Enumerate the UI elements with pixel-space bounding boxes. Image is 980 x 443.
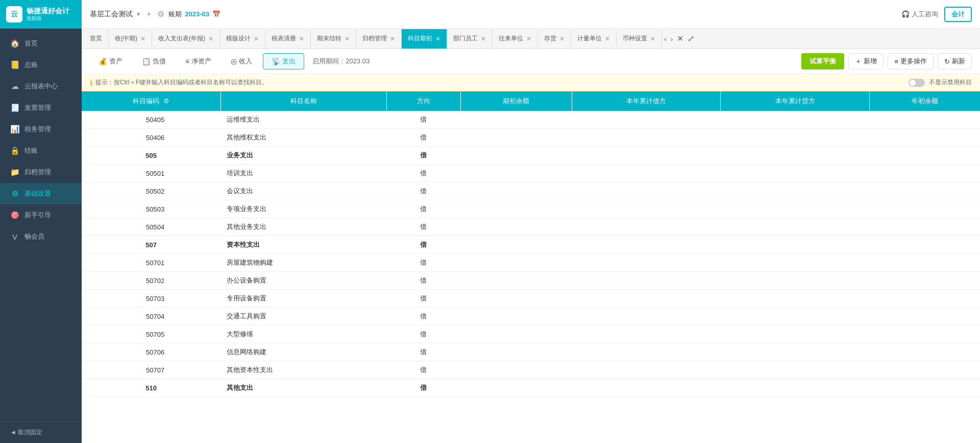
sidebar-item-settings[interactable]: ⚙基础设置 bbox=[0, 183, 82, 204]
cell-ytd-debit bbox=[572, 361, 721, 379]
tab-department[interactable]: 部门员工✕ bbox=[447, 29, 493, 49]
sidebar-item-tax[interactable]: 📊税务管理 bbox=[0, 119, 82, 140]
tab-close-department[interactable]: ✕ bbox=[481, 35, 486, 42]
tab-close-inventory[interactable]: ✕ bbox=[559, 35, 565, 42]
cell-name: 房屋建筑物购建 bbox=[220, 254, 387, 272]
table-row[interactable]: 50406 其他维权支出 借 bbox=[82, 129, 980, 147]
account-button[interactable]: 会计 bbox=[944, 7, 972, 22]
table-row[interactable]: 507 资本性支出 借 bbox=[82, 236, 980, 254]
tab-close-taxform[interactable]: ✕ bbox=[299, 35, 304, 42]
table-row[interactable]: 50502 会议支出 借 bbox=[82, 182, 980, 200]
close-all-tabs-icon[interactable]: ✕ bbox=[675, 34, 685, 43]
expand-icon[interactable]: ⤢ bbox=[685, 34, 696, 43]
table-row[interactable]: 50501 培训支出 借 bbox=[82, 165, 980, 182]
more-button[interactable]: ≡ 更多操作 bbox=[888, 53, 934, 69]
subtab-label-expense: 支出 bbox=[282, 57, 296, 66]
cell-ytd-credit bbox=[721, 272, 870, 290]
table-row[interactable]: 50702 办公设备购置 借 bbox=[82, 272, 980, 290]
col-name: 科目名称 bbox=[220, 91, 387, 111]
table-row[interactable]: 50706 信息网络购建 借 bbox=[82, 343, 980, 361]
tab-interim[interactable]: 收(中期)✕ bbox=[109, 29, 152, 49]
cell-opening bbox=[460, 379, 572, 397]
calendar-icon[interactable]: 📅 bbox=[212, 10, 220, 18]
add-button[interactable]: ＋ 新增 bbox=[848, 53, 884, 69]
sidebar-item-archive[interactable]: 📁归档管理 bbox=[0, 161, 82, 183]
tab-subject-period[interactable]: 科目期初✕ bbox=[402, 29, 447, 49]
sidebar-item-close[interactable]: 🔒结账 bbox=[0, 140, 82, 161]
table-row[interactable]: 50701 房屋建筑物购建 借 bbox=[82, 254, 980, 272]
tab-taxform[interactable]: 税表清册✕ bbox=[265, 29, 311, 49]
tab-close-subject-period[interactable]: ✕ bbox=[435, 35, 440, 42]
gear-icon[interactable]: ⚙ bbox=[163, 97, 169, 105]
settings-icon[interactable]: ⚙ bbox=[157, 9, 164, 19]
col-direction: 方向 bbox=[387, 91, 460, 111]
subtab-net-asset[interactable]: ≡净资产 bbox=[177, 53, 220, 69]
tab-income[interactable]: 收入支出表(年报)✕ bbox=[152, 29, 220, 49]
balance-button[interactable]: 试算平衡 bbox=[801, 53, 844, 69]
tab-unit[interactable]: 计量单位✕ bbox=[571, 29, 617, 49]
archive-icon: 📁 bbox=[10, 168, 19, 177]
table-row[interactable]: 510 其他支出 借 bbox=[82, 379, 980, 397]
toggle-switch[interactable] bbox=[909, 79, 925, 87]
tab-close-period-end[interactable]: ✕ bbox=[345, 35, 350, 42]
tab-label-inventory: 存货 bbox=[544, 34, 556, 43]
cell-name: 信息网络购建 bbox=[220, 343, 387, 361]
cell-name: 运维维支出 bbox=[220, 111, 387, 129]
cell-direction: 借 bbox=[387, 254, 460, 272]
cell-ytd-debit bbox=[572, 111, 721, 129]
subtab-expense[interactable]: 📡支出 bbox=[263, 53, 304, 69]
table-row[interactable]: 50503 专项业务支出 借 bbox=[82, 200, 980, 218]
sidebar-footer[interactable]: ◄ 取消固定 bbox=[0, 422, 82, 443]
subtab-income[interactable]: ◎收入 bbox=[222, 53, 261, 69]
tab-home[interactable]: 首页 bbox=[84, 29, 109, 49]
cell-name: 其他支出 bbox=[220, 379, 387, 397]
cell-code: 50705 bbox=[82, 325, 220, 343]
table-row[interactable]: 50704 交通工具购置 借 bbox=[82, 308, 980, 325]
tab-currency[interactable]: 币种设置✕ bbox=[617, 29, 662, 49]
cell-ytd-credit bbox=[721, 308, 870, 325]
cell-opening bbox=[460, 343, 572, 361]
table-row[interactable]: 50705 大型修缮 借 bbox=[82, 325, 980, 343]
table-row[interactable]: 50707 其他资本性支出 借 bbox=[82, 361, 980, 379]
tab-template[interactable]: 模版设计✕ bbox=[220, 29, 265, 49]
refresh-button[interactable]: ↻ 刷新 bbox=[938, 53, 972, 69]
table-row[interactable]: 50405 运维维支出 借 bbox=[82, 111, 980, 129]
tab-close-template[interactable]: ✕ bbox=[254, 35, 259, 42]
tab-close-contact[interactable]: ✕ bbox=[526, 35, 531, 42]
topbar-right: 🎧 人工咨询 会计 bbox=[901, 7, 972, 22]
tabbar-nav-right[interactable]: › bbox=[669, 35, 675, 43]
table-row[interactable]: 50504 其他业务支出 借 bbox=[82, 218, 980, 236]
tab-close-interim[interactable]: ✕ bbox=[140, 35, 145, 42]
logo-sub: 旗舰版 bbox=[27, 15, 69, 22]
cell-ytd-credit bbox=[721, 165, 870, 182]
subtab-liability[interactable]: 📋负债 bbox=[133, 53, 175, 69]
cell-ytd-credit bbox=[721, 200, 870, 218]
tab-close-income[interactable]: ✕ bbox=[208, 35, 213, 42]
table-row[interactable]: 50703 专用设备购置 借 bbox=[82, 290, 980, 308]
sidebar-item-reports[interactable]: ☁云报表中心 bbox=[0, 76, 82, 97]
tab-close-currency[interactable]: ✕ bbox=[650, 35, 655, 42]
ledger-icon: 📒 bbox=[10, 60, 19, 69]
tab-contact[interactable]: 往来单位✕ bbox=[493, 29, 538, 49]
tabbar-nav-left[interactable]: ‹ bbox=[662, 35, 669, 43]
cell-ytd-debit bbox=[572, 290, 721, 308]
sidebar-item-home[interactable]: 🏠首页 bbox=[0, 33, 82, 54]
help-button[interactable]: 🎧 人工咨询 bbox=[901, 10, 938, 19]
sidebar-item-member[interactable]: V畅会员 bbox=[0, 226, 82, 247]
add-tab-icon[interactable]: + bbox=[146, 10, 151, 19]
sidebar-item-ledger[interactable]: 📒总账 bbox=[0, 54, 82, 76]
tab-archive[interactable]: 归档管理✕ bbox=[356, 29, 402, 49]
dropdown-icon[interactable]: ▾ bbox=[137, 10, 140, 18]
cell-code: 50502 bbox=[82, 182, 220, 200]
tab-close-archive[interactable]: ✕ bbox=[390, 35, 395, 42]
tab-inventory[interactable]: 存货✕ bbox=[538, 29, 571, 49]
subtab-asset[interactable]: 💰资产 bbox=[90, 53, 131, 69]
table-row[interactable]: 505 业务支出 借 bbox=[82, 147, 980, 165]
tab-close-unit[interactable]: ✕ bbox=[605, 35, 610, 42]
sidebar-item-guide[interactable]: 🎯新手引导 bbox=[0, 204, 82, 226]
sidebar-item-invoice[interactable]: 🧾发票管理 bbox=[0, 97, 82, 119]
tab-period-end[interactable]: 期末结转✕ bbox=[311, 29, 356, 49]
cell-name: 业务支出 bbox=[220, 147, 387, 165]
subtabbar-right: 试算平衡 ＋ 新增 ≡ 更多操作 ↻ 刷新 bbox=[801, 53, 972, 69]
cell-ytd-credit bbox=[721, 379, 870, 397]
